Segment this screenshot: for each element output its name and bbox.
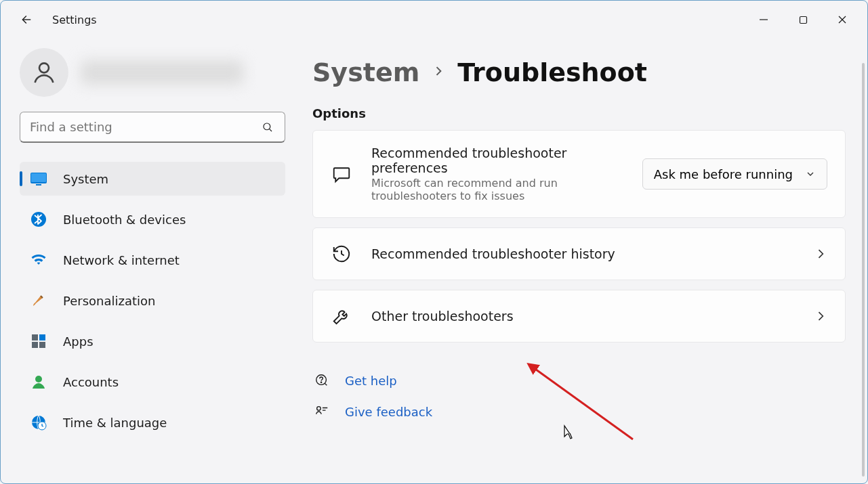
window-title: Settings xyxy=(52,14,97,26)
svg-line-6 xyxy=(269,129,272,131)
settings-window: Settings xyxy=(0,0,868,484)
bluetooth-icon xyxy=(29,210,48,229)
wrench-icon xyxy=(331,305,352,327)
get-help-link[interactable]: Get help xyxy=(314,372,846,389)
maximize-icon xyxy=(799,16,808,24)
svg-rect-1 xyxy=(800,16,806,23)
give-feedback-link[interactable]: Give feedback xyxy=(314,403,846,420)
page-title: Troubleshoot xyxy=(457,58,647,87)
sidebar-item-label: Bluetooth & devices xyxy=(63,213,186,227)
close-button[interactable] xyxy=(823,6,862,33)
sidebar-nav: System Bluetooth & devices Network & int… xyxy=(20,162,285,439)
chevron-down-icon xyxy=(805,169,816,179)
chevron-right-icon xyxy=(814,247,827,261)
svg-point-19 xyxy=(321,382,321,382)
svg-point-5 xyxy=(264,123,270,130)
breadcrumb-parent[interactable]: System xyxy=(312,58,419,87)
help-icon xyxy=(314,372,330,389)
card-body: Recommended troubleshooter preferences M… xyxy=(371,146,623,202)
chat-bubble-icon xyxy=(331,163,352,185)
svg-point-15 xyxy=(35,376,42,382)
sidebar-item-time-language[interactable]: Time & language xyxy=(20,405,285,439)
wifi-icon xyxy=(29,250,48,269)
chevron-right-icon xyxy=(432,64,445,81)
sidebar-item-personalization[interactable]: Personalization xyxy=(20,284,285,317)
sidebar-item-label: Time & language xyxy=(63,416,167,430)
sidebar-item-label: Personalization xyxy=(63,294,155,308)
sidebar-item-network[interactable]: Network & internet xyxy=(20,243,285,277)
main-content: System Troubleshoot Options Recommended … xyxy=(304,39,867,484)
scrollbar[interactable] xyxy=(862,63,865,477)
chevron-right-icon xyxy=(814,309,827,323)
link-text: Get help xyxy=(345,374,397,388)
monitor-icon xyxy=(29,169,48,188)
card-body: Other troubleshooters xyxy=(371,309,795,324)
svg-rect-8 xyxy=(31,173,46,182)
search-icon xyxy=(260,120,275,135)
maximize-button[interactable] xyxy=(783,6,823,33)
account-icon xyxy=(29,372,48,391)
card-troubleshooter-history[interactable]: Recommended troubleshooter history xyxy=(312,227,846,280)
card-title: Recommended troubleshooter history xyxy=(371,246,795,261)
sidebar-item-label: Accounts xyxy=(63,375,119,389)
dropdown-value: Ask me before running xyxy=(654,167,793,181)
card-other-troubleshooters[interactable]: Other troubleshooters xyxy=(312,290,846,343)
svg-rect-14 xyxy=(39,342,45,348)
sidebar-item-system[interactable]: System xyxy=(20,162,285,196)
close-icon xyxy=(838,15,847,24)
sidebar-item-label: Network & internet xyxy=(63,253,180,267)
svg-rect-11 xyxy=(32,334,38,340)
link-text: Give feedback xyxy=(345,405,432,419)
breadcrumb: System Troubleshoot xyxy=(312,58,846,87)
preferences-dropdown[interactable]: Ask me before running xyxy=(642,158,827,190)
apps-icon xyxy=(29,332,48,351)
profile-name-redacted xyxy=(81,60,243,85)
svg-point-4 xyxy=(39,63,49,72)
back-button[interactable] xyxy=(13,7,37,32)
svg-rect-13 xyxy=(32,342,38,348)
feedback-icon xyxy=(314,403,330,420)
profile-block[interactable] xyxy=(20,39,285,106)
card-troubleshooter-preferences[interactable]: Recommended troubleshooter preferences M… xyxy=(312,130,846,218)
svg-rect-12 xyxy=(39,334,45,340)
minimize-button[interactable] xyxy=(744,6,783,33)
arrow-left-icon xyxy=(18,12,33,27)
titlebar: Settings xyxy=(1,1,867,39)
sidebar-item-label: Apps xyxy=(63,334,94,349)
svg-rect-9 xyxy=(36,184,41,185)
sidebar-item-accounts[interactable]: Accounts xyxy=(20,365,285,399)
avatar xyxy=(20,48,68,97)
search-input[interactable] xyxy=(30,120,260,134)
card-body: Recommended troubleshooter history xyxy=(371,246,795,261)
minimize-icon xyxy=(759,15,768,24)
card-subtitle: Microsoft can recommend and run troubles… xyxy=(371,177,602,202)
history-icon xyxy=(331,243,352,265)
svg-point-20 xyxy=(317,407,321,411)
paintbrush-icon xyxy=(29,291,48,310)
section-title: Options xyxy=(312,106,846,120)
window-controls xyxy=(744,6,862,33)
search-box[interactable] xyxy=(20,112,285,143)
globe-clock-icon xyxy=(29,413,48,432)
sidebar: System Bluetooth & devices Network & int… xyxy=(1,39,304,484)
sidebar-item-bluetooth[interactable]: Bluetooth & devices xyxy=(20,202,285,236)
person-icon xyxy=(30,59,58,86)
card-title: Other troubleshooters xyxy=(371,309,795,324)
sidebar-item-label: System xyxy=(63,172,108,186)
card-title: Recommended troubleshooter preferences xyxy=(371,146,623,175)
help-links: Get help Give feedback xyxy=(314,372,846,420)
sidebar-item-apps[interactable]: Apps xyxy=(20,324,285,358)
